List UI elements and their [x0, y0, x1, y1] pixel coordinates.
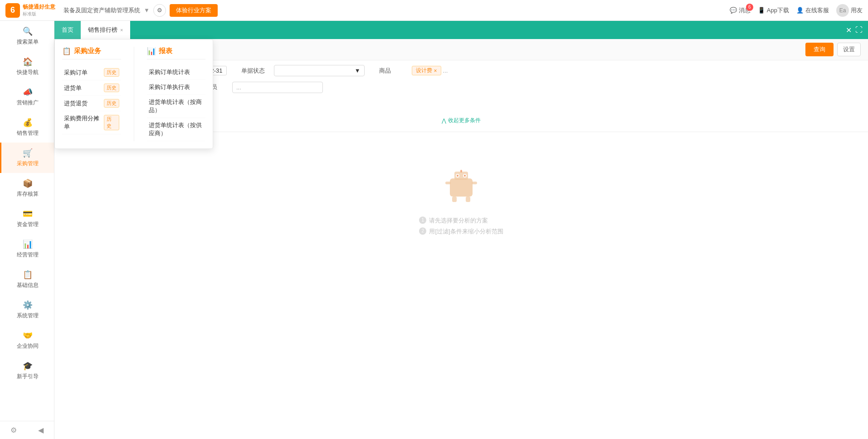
dropdown-cols: 📋 采购业务 采购订单 历史 进货单 历史 进货退货 历史 采购费用分摊单 历史	[62, 47, 205, 141]
purchase-col-icon: 📋	[62, 47, 71, 55]
dropdown-item-incoming-stat-supplier[interactable]: 进货单统计表（按供应商）	[147, 118, 206, 141]
dropdown-item-incoming-stat-goods[interactable]: 进货单统计表（按商品）	[147, 95, 206, 118]
dropdown-item-return[interactable]: 进货退货 历史	[62, 96, 121, 111]
dropdown-item-purchase-order[interactable]: 采购订单 历史	[62, 65, 121, 80]
cost-alloc-label: 采购费用分摊单	[64, 114, 104, 131]
dropdown-menu: 📋 采购业务 采购订单 历史 进货单 历史 进货退货 历史 采购费用分摊单 历史	[54, 39, 213, 149]
dropdown-col2-title: 📊 报表	[147, 47, 206, 59]
dropdown-item-cost-alloc[interactable]: 采购费用分摊单 历史	[62, 111, 121, 134]
dropdown-col1-title: 📋 采购业务	[62, 47, 121, 59]
reports-col-icon: 📊	[147, 47, 156, 55]
dropdown-col1-title-text: 采购业务	[74, 47, 101, 55]
return-label: 进货退货	[64, 99, 88, 108]
purchase-order-badge: 历史	[104, 68, 119, 77]
dropdown-col2-title-text: 报表	[159, 47, 172, 55]
dropdown-item-incoming[interactable]: 进货单 历史	[62, 80, 121, 96]
dropdown-divider	[134, 47, 134, 141]
dropdown-item-order-exec[interactable]: 采购订单执行表	[147, 80, 206, 95]
incoming-badge: 历史	[104, 84, 119, 92]
cost-alloc-badge: 历史	[104, 115, 119, 130]
purchase-order-label: 采购订单	[64, 69, 88, 77]
dropdown-col-reports: 📊 报表 采购订单统计表 采购订单执行表 进货单统计表（按商品） 进货单统计表（…	[147, 47, 206, 141]
incoming-stat-goods-label: 进货单统计表（按商品）	[149, 98, 204, 114]
incoming-label: 进货单	[64, 84, 82, 92]
dropdown-item-order-stat[interactable]: 采购订单统计表	[147, 65, 206, 80]
order-stat-label: 采购订单统计表	[149, 68, 190, 76]
dropdown-col-purchase: 📋 采购业务 采购订单 历史 进货单 历史 进货退货 历史 采购费用分摊单 历史	[62, 47, 121, 141]
incoming-stat-supplier-label: 进货单统计表（按供应商）	[149, 121, 204, 138]
order-exec-label: 采购订单执行表	[149, 83, 190, 91]
return-badge: 历史	[104, 99, 119, 108]
